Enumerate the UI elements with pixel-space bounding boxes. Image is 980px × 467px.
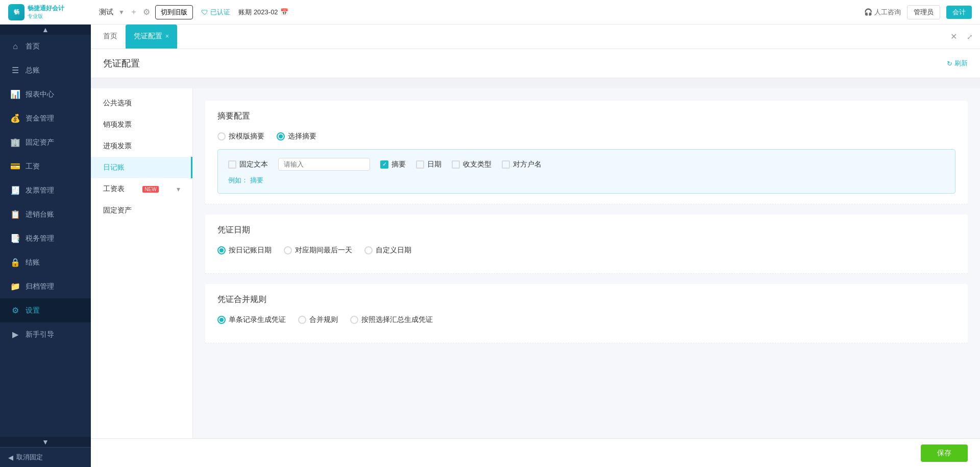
right-content: 摘要配置 按模版摘要 选择摘要 xyxy=(193,88,980,438)
sidebar-label-asset: 固定资产 xyxy=(26,138,54,147)
consult-button[interactable]: 🎧 人工咨询 xyxy=(864,8,901,17)
sidebar-label-settings: 设置 xyxy=(26,306,40,315)
radio-template-summary[interactable]: 按模版摘要 xyxy=(217,132,264,141)
diary-date-circle xyxy=(217,246,226,254)
counterpart-checkbox xyxy=(502,160,510,169)
fixed-text-input[interactable] xyxy=(278,158,370,171)
save-button[interactable]: 保存 xyxy=(921,445,968,462)
custom-date-circle xyxy=(364,246,373,254)
merge-rules-radio-group: 单条记录生成凭证 合并规则 按照选择汇总生成凭证 xyxy=(217,315,955,324)
accountant-button[interactable]: 会计 xyxy=(946,6,972,19)
payroll-expand-icon[interactable]: ▾ xyxy=(177,185,180,193)
sidebar-label-sales: 进销台账 xyxy=(26,210,54,219)
divider-2 xyxy=(205,273,968,274)
sidebar-item-archive[interactable]: 📁 归档管理 xyxy=(0,274,91,298)
calendar-icon[interactable]: 📅 xyxy=(280,8,288,16)
payroll-label: 工资表 xyxy=(103,184,125,194)
settings-icon[interactable]: ⚙ xyxy=(143,7,150,17)
sidebar-label-home: 首页 xyxy=(26,42,40,51)
sidebar-item-home[interactable]: ⌂ 首页 xyxy=(0,35,91,58)
cancel-fixed-button[interactable]: ◀ 取消固定 xyxy=(8,453,83,462)
sidebar-item-ledger[interactable]: ☰ 总账 xyxy=(0,58,91,82)
window-expand-button[interactable]: ⤢ xyxy=(964,31,976,43)
report-icon: 📊 xyxy=(10,89,20,99)
ledger-icon: ☰ xyxy=(10,65,20,75)
page-header: 凭证配置 ↻ 刷新 xyxy=(91,49,980,78)
merge-rules-body: 单条记录生成凭证 合并规则 按照选择汇总生成凭证 xyxy=(205,315,968,343)
logo-icon: 畅 xyxy=(8,4,24,20)
tab-home[interactable]: 首页 xyxy=(95,25,126,49)
sidebar-scroll-up[interactable]: ▲ xyxy=(0,25,91,35)
sidebar-label-guide: 新手引导 xyxy=(26,330,54,339)
sidebar-scroll-down[interactable]: ▼ xyxy=(0,437,91,447)
pin-icon: ◀ xyxy=(8,454,13,461)
manager-button[interactable]: 管理员 xyxy=(907,5,940,19)
radio-diary-date[interactable]: 按日记账日期 xyxy=(217,246,272,255)
bottom-bar: 保存 xyxy=(91,438,980,467)
sidebar-label-archive: 归档管理 xyxy=(26,282,54,291)
refresh-button[interactable]: ↻ 刷新 xyxy=(947,59,968,68)
voucher-date-body: 按日记账日期 对应期间最后一天 自定义日期 xyxy=(205,246,968,273)
checkbox-date[interactable]: 日期 xyxy=(416,160,442,169)
main-area: ▲ ⌂ 首页 ☰ 总账 📊 报表中心 💰 资金管理 xyxy=(0,25,980,467)
sidebar-item-close[interactable]: 🔒 结账 xyxy=(0,250,91,274)
sidebar-item-invoice[interactable]: 🧾 发票管理 xyxy=(0,178,91,202)
sidebar-label-close: 结账 xyxy=(26,258,40,267)
menu-item-sales-invoice[interactable]: 销项发票 xyxy=(91,114,192,135)
window-close-button[interactable]: ✕ xyxy=(947,31,960,43)
old-version-button[interactable]: 切到旧版 xyxy=(155,5,193,19)
sidebar-label-salary: 工资 xyxy=(26,162,40,171)
asset-icon: 🏢 xyxy=(10,137,20,147)
top-bar: 畅 畅捷通好会计 专业版 测试 ▼ ＋ ⚙ 切到旧版 🛡 已认证 账期 2023… xyxy=(0,0,980,25)
sidebar-label-invoice: 发票管理 xyxy=(26,186,54,195)
dropdown-icon[interactable]: ▼ xyxy=(118,9,125,16)
menu-item-diary[interactable]: 日记账 xyxy=(91,157,192,178)
checkbox-row: 固定文本 摘要 xyxy=(228,158,945,171)
sidebar-label-report: 报表中心 xyxy=(26,90,54,99)
guide-icon: ▶ xyxy=(10,330,20,339)
period-last-circle xyxy=(284,246,292,254)
select-merge-circle xyxy=(350,316,358,324)
payment-type-checkbox xyxy=(452,160,460,169)
radio-single-voucher[interactable]: 单条记录生成凭证 xyxy=(217,315,286,324)
checkbox-fixed-text[interactable]: 固定文本 xyxy=(228,160,268,169)
summary-section-title: 摘要配置 xyxy=(205,101,968,122)
checkbox-summary[interactable]: 摘要 xyxy=(380,160,406,169)
sidebar-item-tax[interactable]: 📑 税务管理 xyxy=(0,226,91,250)
page-title: 凭证配置 xyxy=(103,57,140,69)
tab-config[interactable]: 凭证配置 × xyxy=(126,25,177,49)
menu-item-fixed-asset[interactable]: 固定资产 xyxy=(91,200,192,221)
sidebar-item-settings[interactable]: ⚙ 设置 xyxy=(0,298,91,322)
sidebar-item-salary[interactable]: 💳 工资 xyxy=(0,154,91,178)
period-info: 账期 2023-02 📅 xyxy=(238,8,288,17)
single-voucher-circle xyxy=(217,316,226,324)
radio-select-merge[interactable]: 按照选择汇总生成凭证 xyxy=(350,315,433,324)
radio-custom-date[interactable]: 自定义日期 xyxy=(364,246,411,255)
radio-period-last[interactable]: 对应期间最后一天 xyxy=(284,246,352,255)
voucher-date-card: 凭证日期 按日记账日期 对应期间最后一天 xyxy=(205,215,968,274)
summary-checkbox xyxy=(380,160,388,169)
radio-select-summary[interactable]: 选择摘要 xyxy=(277,132,316,141)
window-controls: ✕ ⤢ xyxy=(947,31,976,43)
tab-close-button[interactable]: × xyxy=(165,33,169,40)
add-icon[interactable]: ＋ xyxy=(130,7,138,17)
menu-item-purchase-invoice[interactable]: 进项发票 xyxy=(91,135,192,157)
sidebar-item-guide[interactable]: ▶ 新手引导 xyxy=(0,322,91,346)
summary-config-card: 摘要配置 按模版摘要 选择摘要 xyxy=(205,101,968,204)
sidebar-bottom: ◀ 取消固定 xyxy=(0,447,91,467)
radio-merge-rules[interactable]: 合并规则 xyxy=(298,315,338,324)
sidebar-item-report[interactable]: 📊 报表中心 xyxy=(0,82,91,106)
status-area: 🛡 已认证 账期 2023-02 📅 xyxy=(201,8,288,17)
checkbox-counterpart[interactable]: 对方户名 xyxy=(502,160,542,169)
sidebar-item-asset[interactable]: 🏢 固定资产 xyxy=(0,130,91,154)
sidebar: ▲ ⌂ 首页 ☰ 总账 📊 报表中心 💰 资金管理 xyxy=(0,25,91,467)
headphone-icon: 🎧 xyxy=(864,8,872,16)
menu-item-public[interactable]: 公共选项 xyxy=(91,92,192,114)
sidebar-item-capital[interactable]: 💰 资金管理 xyxy=(0,106,91,130)
sidebar-item-sales[interactable]: 📋 进销台账 xyxy=(0,202,91,226)
home-icon: ⌂ xyxy=(10,42,20,51)
sales-icon: 📋 xyxy=(10,209,20,219)
menu-item-payroll[interactable]: 工资表 NEW ▾ xyxy=(91,178,192,200)
page-content: 凭证配置 ↻ 刷新 公共选项 销项发票 进项发票 日记账 xyxy=(91,49,980,467)
checkbox-payment-type[interactable]: 收支类型 xyxy=(452,160,492,169)
